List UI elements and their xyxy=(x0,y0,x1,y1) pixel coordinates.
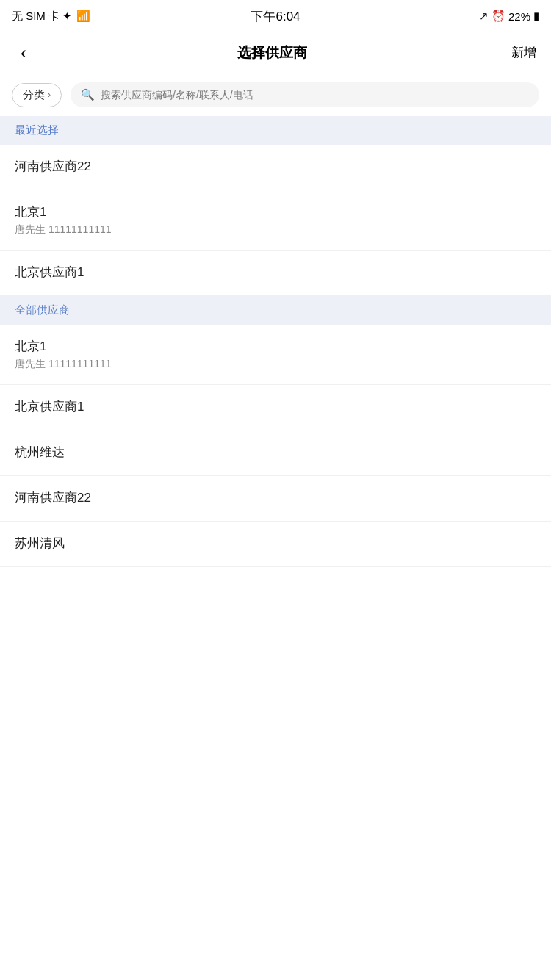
item-name: 河南供应商22 xyxy=(15,158,536,175)
status-bar: 无 SIM 卡 ✦ 📶 下午6:04 ↗ ⏰ 22% ▮ xyxy=(0,0,551,32)
page-title: 选择供应商 xyxy=(237,43,307,62)
list-item[interactable]: 北京1唐先生 11111111111 xyxy=(0,190,551,251)
section-header-all: 全部供应商 xyxy=(0,296,551,325)
location-icon: ↗ xyxy=(479,10,489,23)
list-item[interactable]: 北京1唐先生 11111111111 xyxy=(0,325,551,385)
nav-bar: ‹ 选择供应商 新增 xyxy=(0,32,551,73)
list-item[interactable]: 北京供应商1 xyxy=(0,385,551,430)
battery-percentage: 22% xyxy=(508,10,530,23)
item-name: 杭州维达 xyxy=(15,444,536,461)
status-left: 无 SIM 卡 ✦ 📶 xyxy=(12,10,90,24)
item-name: 北京供应商1 xyxy=(15,398,536,415)
item-name: 北京1 xyxy=(15,203,536,220)
filter-bar: 分类 › 🔍 xyxy=(0,73,551,116)
section-header-label-recent: 最近选择 xyxy=(15,123,59,136)
item-sub: 唐先生 11111111111 xyxy=(15,223,536,237)
category-label: 分类 xyxy=(23,88,45,102)
battery-icon: ▮ xyxy=(533,10,539,23)
list-item[interactable]: 杭州维达 xyxy=(0,430,551,476)
item-sub: 唐先生 11111111111 xyxy=(15,358,536,371)
alarm-icon: ⏰ xyxy=(491,10,505,23)
search-input[interactable] xyxy=(101,89,529,101)
item-name: 北京1 xyxy=(15,338,536,355)
list-item[interactable]: 北京供应商1 xyxy=(0,251,551,296)
item-name: 河南供应商22 xyxy=(15,489,536,506)
sim-status: 无 SIM 卡 ✦ xyxy=(12,10,72,24)
status-right: ↗ ⏰ 22% ▮ xyxy=(479,10,539,23)
chevron-right-icon: › xyxy=(48,90,51,100)
status-time: 下午6:04 xyxy=(251,8,300,25)
list-item[interactable]: 河南供应商22 xyxy=(0,476,551,522)
wifi-icon: 📶 xyxy=(76,10,90,23)
back-button[interactable]: ‹ xyxy=(15,37,32,69)
item-name: 北京供应商1 xyxy=(15,264,536,281)
section-header-recent: 最近选择 xyxy=(0,116,551,145)
list-item[interactable]: 河南供应商22 xyxy=(0,145,551,190)
list-item[interactable]: 苏州清风 xyxy=(0,522,551,567)
category-button[interactable]: 分类 › xyxy=(12,83,62,107)
section-header-label-all: 全部供应商 xyxy=(15,303,70,316)
new-supplier-button[interactable]: 新增 xyxy=(511,44,536,61)
item-name: 苏州清风 xyxy=(15,535,536,552)
search-box[interactable]: 🔍 xyxy=(71,82,539,107)
sections-container: 最近选择河南供应商22北京1唐先生 11111111111北京供应商1全部供应商… xyxy=(0,116,551,567)
search-icon: 🔍 xyxy=(81,88,95,101)
